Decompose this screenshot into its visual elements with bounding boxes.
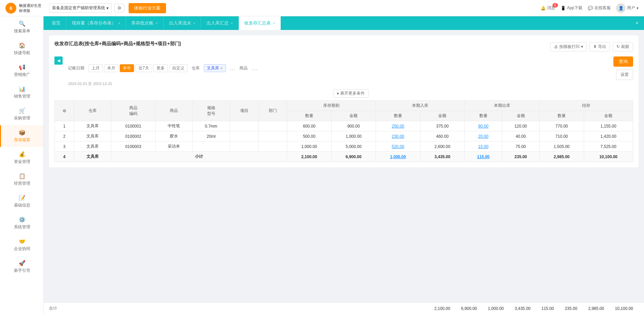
sidebar-item-guide[interactable]: 🚀 新手引导 [0,256,43,278]
logo-text: 畅捷通好生意 标准版 [19,3,42,13]
total-opening-amt: 6,900.00 [456,306,482,311]
date-btn-custom[interactable]: 自定义 [169,64,187,72]
expand-conditions-btn[interactable]: ▾ 展开更多条件 [333,89,368,98]
table-row-closing-amt: 7,525.00 [584,142,633,152]
note-icon: 📝 [19,195,26,201]
table-row-out-amt: 75.00 [502,142,540,152]
table-row-department [259,131,287,142]
tab-close-in-out-flow[interactable]: × [193,21,195,25]
total-in-qty: 1,000.00 [482,306,509,311]
th-opening-amt: 金额 [331,111,376,121]
chart-icon: 📊 [19,86,26,92]
export-btn[interactable]: ⬆ 导出 [590,42,610,51]
tab-bar-close[interactable]: × [633,20,641,26]
table-row-in-qty[interactable]: 520.00 [376,142,420,152]
table-row-closing-qty: 2,985.00 [540,152,584,162]
money-icon: 💰 [19,151,26,158]
table-row-in-amt: 375.00 [420,121,465,131]
sidebar-item-quick-nav[interactable]: 🏠 快捷导航 [0,38,43,60]
table-row-in-qty: 1,000.00 [376,152,420,162]
table-row-goods-code: 0100001 [111,121,155,131]
top-bar: 6 畅捷通好生意 标准版 装备及固定资产辅助管理系统 ▾ ⚙ 体验行业方案 🔔 … [0,0,644,16]
table-row-out-qty[interactable]: 80.00 [465,121,502,131]
user-item[interactable]: 👤 用户 ▾ [616,3,639,13]
notification-item[interactable]: 🔔 消息 6 [541,5,555,11]
query-button[interactable]: 查询 [613,56,633,67]
table-row-closing-amt: 1,420.00 [584,131,633,142]
date-btn-more[interactable]: 更多 [153,64,168,72]
sidebar-item-basic-info[interactable]: 📝 基础信息 [0,191,43,212]
table-container: ⚙ 仓库 商品编码 商品 规格型号 项目 部门 库存期初 本期入库 本期出库 [54,100,633,162]
online-service-item[interactable]: 💬 在线客服 [588,5,611,11]
tab-close-in-out-summary[interactable]: × [231,21,233,25]
content-area: 首页 现存量（库存分布表） × 库存批次账 × 出入库流水 × 出入库汇总 × [44,16,644,314]
tab-recv-send-summary[interactable]: 收发存汇总表 × [239,16,281,30]
th-project: 项目 [230,101,259,121]
tab-in-out-summary[interactable]: 出入库汇总 × [201,16,238,30]
th-period-out-group: 本期出库 [465,101,540,111]
tab-inventory-dist[interactable]: 现存量（库存分布表） × [66,16,126,30]
tab-close-inventory-dist[interactable]: × [118,21,120,25]
table-row-out-amt: 235.00 [502,152,540,162]
table-row-opening-qty: 600.00 [287,121,332,131]
table-row-out-qty[interactable]: 15.00 [465,142,502,152]
goods-dots-btn[interactable]: ... [252,65,257,71]
handshake-icon: 🤝 [19,238,26,245]
th-opening-group: 库存期初 [287,101,376,111]
table-row-out-qty[interactable]: 20.00 [465,131,502,142]
table-row-in-qty[interactable]: 250.00 [376,121,420,131]
tab-in-out-flow[interactable]: 出入库流水 × [164,16,201,30]
page-title: 收发存汇总表(按仓库+商品编码+商品+规格型号+项目+部门) [54,41,181,47]
table-row-project [230,131,259,142]
date-btn-this-year[interactable]: 本年 [120,64,134,72]
sidebar-item-marketing[interactable]: 📢 营销推广 [0,60,43,82]
trial-button[interactable]: 体验行业方案 [129,3,166,13]
tab-home[interactable]: 首页 [46,16,66,30]
warehouse-tag-close[interactable]: × [220,66,223,71]
table-row-goods-name: 采访本 [155,142,193,152]
sidebar: 🔍 搜索菜单 🏠 快捷导航 📢 营销推广 📊 销售管理 🛒 采购管理 📦 [0,16,44,314]
sidebar-item-system[interactable]: ⚙️ 系统管理 [0,212,43,234]
table-row-seq: 3 [55,142,74,152]
avatar: 👤 [616,3,626,13]
date-btn-7days[interactable]: 近7天 [135,64,152,72]
sidebar-item-purchase[interactable]: 🛒 采购管理 [0,103,43,125]
settings-button[interactable]: 设置 [616,69,633,80]
sidebar-item-search[interactable]: 🔍 搜索菜单 [0,16,43,38]
tab-close-batch-account[interactable]: × [155,21,158,25]
tab-batch-account[interactable]: 库存批次账 × [126,16,163,30]
table-row-seq: 4 [55,152,74,162]
cart-icon: 🛒 [19,108,26,114]
system-select[interactable]: 装备及固定资产辅助管理系统 ▾ [49,3,112,13]
notification-badge: 6 [552,3,558,7]
sidebar-item-operations[interactable]: 📋 经营管理 [0,169,43,191]
tab-bar: 首页 现存量（库存分布表） × 库存批次账 × 出入库流水 × 出入库汇总 × [44,16,644,30]
app-download-item[interactable]: 📱 App下载 [561,5,582,11]
sidebar-item-enterprise[interactable]: 🤝 企业协同 [0,234,43,256]
service-icon: 💬 [588,6,593,11]
print-icon: 🖨 [554,44,558,49]
print-template-btn[interactable]: 🖨 按模板打印 ▾ [550,42,587,51]
table-row-goods-name: 中性笔 [155,121,193,131]
refresh-btn[interactable]: ↻ 刷新 [613,42,633,51]
total-closing-qty: 2,985.00 [583,306,610,311]
date-btn-last-month[interactable]: 上月 [88,64,103,72]
total-label: 合计 [49,305,57,311]
bottom-bar: 合计 2,100.00 6,900.00 1,000.00 3,435.00 1… [44,302,644,314]
table-row-warehouse: 文具库 [74,121,111,131]
sidebar-item-inventory[interactable]: 📦 库存核算 [0,125,43,147]
sidebar-item-finance[interactable]: 💰 资金管理 [0,147,43,169]
table-row-goods-code: 0100002 [111,131,155,142]
warehouse-dots-btn[interactable]: ... [230,65,235,71]
th-settings[interactable]: ⚙ [55,101,74,121]
box-icon: 📦 [19,129,26,136]
sidebar-item-sales[interactable]: 📊 销售管理 [0,82,43,103]
table-row-seq: 1 [55,121,74,131]
table-row-in-qty[interactable]: 230.00 [376,131,420,142]
collapse-arrow[interactable]: ◀ [54,56,63,65]
gear-button[interactable]: ⚙ [114,4,125,12]
table-row-opening-qty: 1,000.00 [287,142,332,152]
total-out-amt: 235.00 [559,306,583,311]
date-btn-this-month[interactable]: 本月 [104,64,118,72]
tab-close-recv-send-summary[interactable]: × [273,21,275,25]
